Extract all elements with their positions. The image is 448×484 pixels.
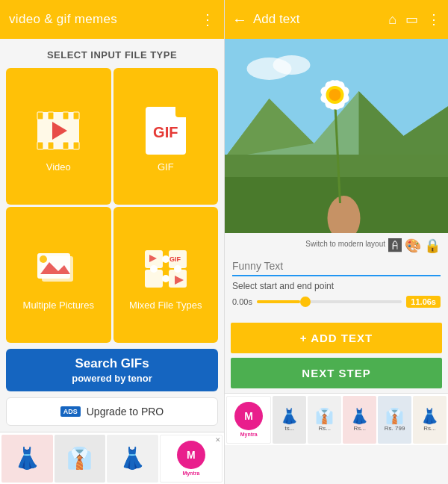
text-input-row (232, 257, 441, 276)
pictures-icon-container (32, 243, 84, 295)
svg-rect-5 (37, 112, 43, 120)
slider-thumb[interactable] (300, 297, 311, 307)
svg-rect-6 (37, 142, 43, 149)
upgrade-text: Upgrade to PRO (87, 406, 164, 418)
right-header-title: Add text (253, 12, 299, 27)
close-ad-icon[interactable]: ✕ (215, 436, 221, 444)
left-panel: video & gif memes ⋮ SELECT INPUT FILE TY… (0, 0, 224, 484)
video-option[interactable]: Video (6, 68, 111, 205)
myntra-right-label: Myntra (240, 432, 258, 437)
gif-file-icon-container: GIF (140, 105, 192, 157)
left-app-title: video & gif memes (9, 12, 117, 27)
add-text-button[interactable]: + ADD TEXT (231, 323, 442, 353)
svg-point-23 (162, 275, 169, 282)
right-header-left: ← Add text (232, 11, 299, 28)
svg-point-17 (40, 255, 47, 263)
gif-option[interactable]: GIF GIF (113, 68, 219, 205)
app-container: video & gif memes ⋮ SELECT INPUT FILE TY… (0, 0, 448, 484)
ad-item-3[interactable]: 👗 (107, 435, 158, 483)
mixed-icon-container: GIF (140, 243, 192, 295)
svg-rect-10 (63, 112, 69, 120)
video-label: Video (46, 161, 71, 173)
svg-point-24 (150, 265, 158, 273)
action-buttons: + ADD TEXT NEXT STEP (225, 318, 448, 393)
myntra-logo: M (177, 441, 205, 469)
powered-by-text: powered by tenor (13, 373, 211, 384)
svg-rect-9 (48, 112, 54, 120)
pictures-option[interactable]: Multiple Pictures (6, 207, 111, 344)
svg-point-22 (162, 255, 169, 263)
search-gifs-button[interactable]: Search GIFs powered by tenor (6, 349, 218, 391)
svg-rect-11 (48, 142, 54, 149)
svg-point-46 (329, 89, 341, 101)
funny-text-input[interactable] (232, 257, 441, 275)
pictures-label: Multiple Pictures (23, 300, 94, 311)
right-header: ← Add text ⌂ ▭ ⋮ (225, 0, 448, 39)
right-ad-2[interactable]: 👔 Rs... (308, 396, 341, 444)
upgrade-button[interactable]: ADS Upgrade to PRO (6, 397, 218, 426)
right-header-icons: ⌂ ▭ ⋮ (388, 11, 441, 28)
svg-point-25 (174, 265, 181, 273)
switch-layout-text[interactable]: Switch to modern layout (305, 240, 385, 248)
mixed-label: Mixed File Types (129, 300, 202, 311)
slider-fill (257, 300, 300, 303)
next-step-button[interactable]: NEXT STEP (231, 358, 442, 388)
svg-point-31 (273, 55, 311, 75)
file-type-grid: Video GIF GIF (0, 68, 224, 343)
slider-row: 0.00s 11.06s (232, 296, 441, 308)
start-end-label: Select start and end point (232, 281, 441, 291)
ad-item-2[interactable]: 👔 (55, 435, 106, 483)
gif-label: GIF (158, 161, 174, 173)
mixed-option[interactable]: GIF Mixed File Types (113, 207, 219, 344)
video-icon (32, 105, 84, 157)
myntra-ad-right[interactable]: M Myntra (226, 396, 271, 444)
select-label: SELECT INPUT FILE TYPE (0, 39, 224, 68)
myntra-right-logo: M (234, 402, 263, 430)
lock-icon[interactable]: 🔒 (424, 238, 441, 254)
right-ad-4[interactable]: 👔 Rs. 799 (378, 396, 411, 444)
emoji-icon[interactable]: 🅰 (388, 238, 402, 254)
right-ad-strip: M Myntra 👗 ts... 👔 Rs... 👗 Rs... (225, 393, 448, 445)
right-menu-icon[interactable]: ⋮ (427, 11, 441, 28)
left-menu-icon[interactable]: ⋮ (200, 10, 215, 28)
svg-rect-8 (73, 142, 79, 149)
controls-area: Switch to modern layout 🅰 🎨 🔒 Select sta… (225, 233, 448, 318)
left-header: video & gif memes ⋮ (0, 0, 224, 39)
right-ad-1[interactable]: 👗 ts... (273, 396, 306, 444)
end-time-label: 11.06s (406, 296, 441, 308)
right-ad-3[interactable]: 👗 Rs... (343, 396, 376, 444)
start-time-label: 0.00s (232, 297, 252, 306)
timeline-slider[interactable] (257, 300, 402, 303)
svg-text:GIF: GIF (169, 255, 181, 263)
home-icon[interactable]: ⌂ (388, 12, 396, 28)
right-ad-5[interactable]: 👗 Rs... (413, 396, 447, 444)
myntra-ad-left[interactable]: ✕ M Myntra (160, 435, 223, 483)
svg-rect-12 (63, 142, 69, 149)
screen-icon[interactable]: ▭ (405, 11, 418, 28)
color-icon[interactable]: 🎨 (405, 238, 421, 254)
search-gifs-title: Search GIFs (13, 356, 211, 371)
gif-file-text: GIF (153, 124, 178, 141)
right-panel: ← Add text ⌂ ▭ ⋮ (224, 0, 448, 484)
ads-badge: ADS (60, 406, 81, 417)
image-preview (225, 39, 448, 233)
left-ad-strip: 👗 👔 👗 ✕ M Myntra (0, 432, 224, 484)
svg-rect-7 (73, 112, 79, 120)
back-button[interactable]: ← (232, 11, 247, 28)
myntra-label: Myntra (182, 471, 199, 476)
ad-item-1[interactable]: 👗 (1, 435, 53, 483)
